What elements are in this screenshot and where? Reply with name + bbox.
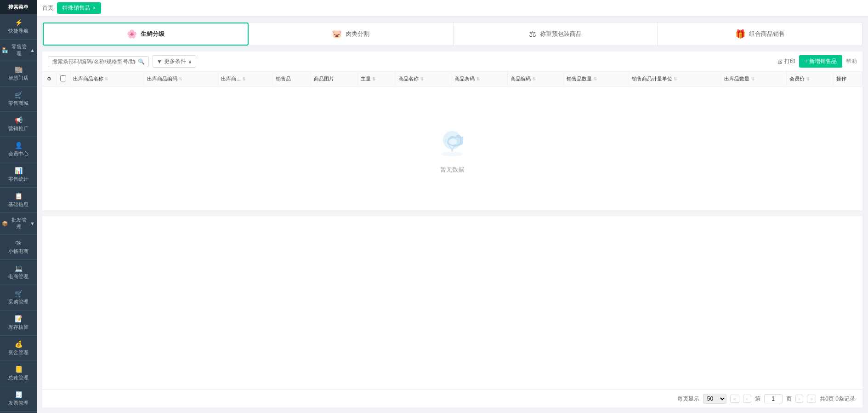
sidebar-item-wholesale[interactable]: 📦 批发管理 ▼: [0, 213, 37, 235]
tab-weight[interactable]: ⚖ 称重预包装商品: [454, 23, 658, 46]
page-unit-label: 页: [786, 395, 792, 403]
sort-icon-11[interactable]: ⇅: [806, 77, 810, 81]
fresh-icon: 🌸: [127, 29, 137, 39]
sort-icon[interactable]: ⇅: [105, 77, 108, 81]
page-size-select[interactable]: 50 10 20 100: [703, 394, 726, 404]
basic-info-icon: 📋: [15, 192, 23, 200]
total-label: 共0页 0条记录: [820, 395, 855, 403]
sort-icon-6[interactable]: ⇅: [477, 77, 480, 81]
sidebar-item-label: 发票管理: [8, 400, 28, 407]
filter-button[interactable]: ▼ 更多条件 ∨: [153, 55, 196, 68]
sidebar-item-label: 零售商城: [8, 100, 28, 107]
sort-icon-2[interactable]: ⇅: [179, 77, 182, 81]
search-icon: 🔍: [138, 58, 145, 65]
th-sale-item: 销售品: [273, 72, 311, 86]
content-area: 🌸 生鲜分级 🐷 肉类分割 ⚖ 称重预包装商品 🎁 组合商品销售: [37, 17, 868, 413]
topbar: 首页 特殊销售品 ×: [37, 0, 868, 17]
table-container: 🔍 ▼ 更多条件 ∨ 🖨 打印 + 新增销售品: [42, 52, 862, 390]
sort-icon-5[interactable]: ⇅: [420, 77, 424, 81]
home-link[interactable]: 首页: [42, 4, 53, 12]
sort-icon-9[interactable]: ⇅: [674, 77, 677, 81]
sidebar-item-retail-mall[interactable]: 🛒 零售商城: [0, 86, 37, 112]
wholesale-arrow: ▼: [30, 221, 35, 226]
finance-icon: 💰: [15, 340, 23, 348]
first-page-button[interactable]: «: [730, 395, 739, 403]
sidebar-item-retail[interactable]: 🏪 零售管理 ▲: [0, 40, 37, 61]
smart-store-icon: 🏬: [15, 66, 23, 73]
page-input[interactable]: [764, 394, 783, 403]
ledger-icon: 📒: [15, 366, 23, 373]
tab-fresh[interactable]: 🌸 生鲜分级: [43, 23, 249, 46]
help-button[interactable]: 帮助: [846, 57, 857, 65]
pagination: 每页显示 50 10 20 100 « ‹ 第 页 › » 共0页 0条记录: [42, 390, 862, 407]
sidebar-item-ecommerce[interactable]: 🛍 小畅电商: [0, 235, 37, 260]
th-settings[interactable]: ⚙: [42, 72, 56, 86]
th-member-price: 会员价 ⇅: [786, 72, 833, 86]
inventory-icon: 📝: [15, 315, 23, 322]
purchase-icon: 🛒: [15, 290, 23, 297]
sidebar-item-label: 零售统计: [8, 176, 28, 183]
next-page-button[interactable]: ›: [795, 395, 804, 403]
prev-page-button[interactable]: ‹: [743, 395, 751, 403]
tab-close-button[interactable]: ×: [93, 6, 96, 11]
retail-icon: 🏪: [2, 47, 8, 53]
tab-combo[interactable]: 🎁 组合商品销售: [658, 23, 862, 46]
th-out-code: 出库商品编码 ⇅: [144, 72, 218, 86]
page-label: 第: [755, 395, 760, 403]
th-action: 操作: [834, 72, 862, 86]
active-tab[interactable]: 特殊销售品 ×: [57, 2, 101, 14]
meat-icon: 🐷: [332, 29, 342, 39]
search-box[interactable]: 🔍: [48, 56, 149, 67]
table-header: ⚙ 出库商品名称 ⇅ 出库商品编码 ⇅ 出库商... ⇅: [42, 72, 862, 86]
data-table: ⚙ 出库商品名称 ⇅ 出库商品编码 ⇅ 出库商... ⇅: [42, 72, 862, 211]
print-button[interactable]: 🖨 打印: [777, 57, 795, 65]
print-icon: 🖨: [777, 58, 783, 65]
page-size-label: 每页显示: [677, 395, 699, 403]
sort-icon-8[interactable]: ⇅: [594, 77, 597, 81]
empty-state: 暂无数据: [42, 86, 862, 211]
th-product-name-label: 商品名称: [398, 76, 419, 81]
select-all-checkbox[interactable]: [60, 75, 66, 81]
sidebar-item-invoice[interactable]: 🧾 发票管理: [0, 386, 37, 412]
sort-icon-3[interactable]: ⇅: [242, 77, 246, 81]
main-content: 首页 特殊销售品 × 🌸 生鲜分级 🐷 肉类分割 ⚖ 称重预包装商品 🎁 组合商…: [37, 0, 868, 413]
sort-icon-7[interactable]: ⇅: [533, 77, 536, 81]
th-sale-item-label: 销售品: [276, 76, 291, 81]
sidebar-logo: 搜索菜单: [0, 0, 37, 14]
th-checkbox[interactable]: [56, 72, 70, 86]
sidebar-item-quick-nav[interactable]: ⚡ 快捷导航: [0, 14, 37, 40]
sidebar-item-member[interactable]: 👤 会员中心: [0, 137, 37, 162]
sidebar-item-label: 资金管理: [8, 349, 28, 356]
sidebar-item-smart-store[interactable]: 🏬 智慧门店: [0, 61, 37, 86]
sidebar-item-ledger[interactable]: 📒 总账管理: [0, 361, 37, 386]
sort-icon-4[interactable]: ⇅: [372, 77, 376, 81]
sidebar-item-basic-info-1[interactable]: 📋 基础信息: [0, 188, 37, 213]
th-product-code: 商品编码 ⇅: [508, 72, 564, 86]
combo-icon: 🎁: [735, 29, 745, 39]
th-image: 商品图片: [311, 72, 357, 86]
sort-icon-10[interactable]: ⇅: [751, 77, 755, 81]
sidebar-item-purchase[interactable]: 🛒 采购管理: [0, 285, 37, 310]
svg-point-0: [442, 151, 463, 156]
sidebar-item-ecom-mgmt[interactable]: 💻 电商管理: [0, 260, 37, 285]
help-label: 帮助: [846, 58, 857, 64]
last-page-button[interactable]: »: [807, 395, 816, 403]
sidebar-item-finance[interactable]: 💰 资金管理: [0, 336, 37, 361]
tab-meat[interactable]: 🐷 肉类分割: [249, 23, 453, 46]
th-main-weight: 主量 ⇅: [357, 72, 396, 86]
toolbar-left: 🔍 ▼ 更多条件 ∨: [48, 55, 196, 68]
sidebar-item-marketing[interactable]: 📢 营销推广: [0, 112, 37, 137]
sidebar-item-label: 智慧门店: [8, 75, 28, 81]
th-product-name: 商品名称 ⇅: [396, 72, 452, 86]
empty-icon: [434, 123, 471, 160]
sidebar-item-retail-stats[interactable]: 📊 零售统计: [0, 162, 37, 188]
sidebar-item-label: 采购管理: [8, 298, 28, 305]
scrollbar[interactable]: [42, 211, 862, 216]
add-product-button[interactable]: + 新增销售品: [799, 55, 842, 68]
table-body: 暂无数据: [42, 86, 862, 211]
invoice-icon: 🧾: [15, 391, 23, 398]
search-input[interactable]: [52, 58, 136, 65]
print-label: 打印: [784, 57, 795, 65]
sidebar-item-inventory[interactable]: 📝 库存核算: [0, 310, 37, 336]
th-sale-qty: 销售品数量 ⇅: [564, 72, 629, 86]
